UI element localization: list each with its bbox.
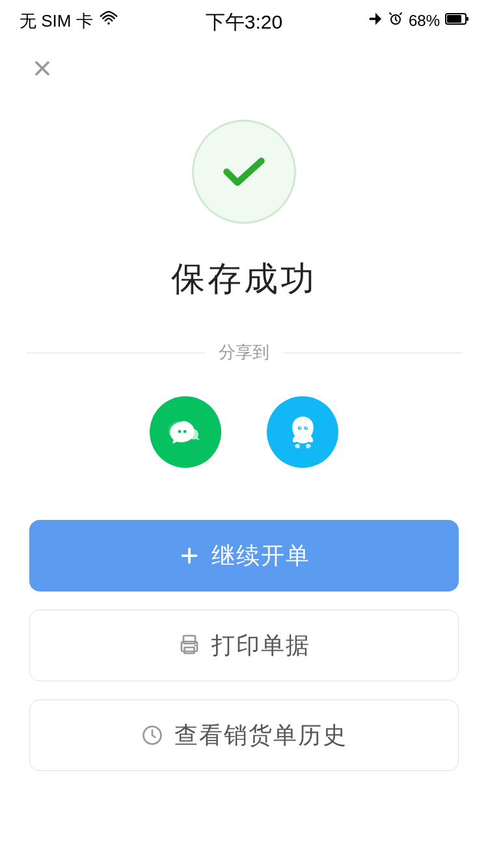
- battery-percentage: 68%: [409, 12, 440, 30]
- wifi-icon: [100, 10, 118, 33]
- svg-point-7: [183, 429, 186, 433]
- carrier-text: 无 SIM 卡: [20, 10, 93, 33]
- alarm-icon: [388, 11, 403, 31]
- status-time: 下午3:20: [206, 9, 282, 36]
- location-icon: [368, 12, 383, 30]
- continue-label: 继续开单: [211, 540, 310, 572]
- svg-point-11: [305, 426, 307, 428]
- status-bar: 无 SIM 卡 下午3:20 68%: [0, 0, 488, 42]
- history-label: 查看销货单历史: [174, 720, 347, 752]
- share-divider: 分享到: [0, 341, 488, 364]
- wechat-share-button[interactable]: [150, 396, 221, 468]
- svg-rect-14: [185, 647, 195, 653]
- main-content: 保存成功 分享到: [0, 42, 488, 771]
- svg-point-10: [299, 426, 301, 428]
- share-icons: [150, 396, 338, 468]
- print-label: 打印单据: [211, 630, 310, 662]
- print-button[interactable]: 打印单据: [29, 610, 459, 681]
- share-section: 分享到: [0, 341, 488, 468]
- action-buttons: 继续开单 打印单据 查看销货单历史: [29, 520, 459, 771]
- printer-icon: [178, 634, 201, 657]
- svg-rect-4: [467, 17, 468, 21]
- plus-icon: [178, 544, 201, 567]
- share-label: 分享到: [206, 341, 282, 364]
- continue-button[interactable]: 继续开单: [29, 520, 459, 591]
- close-button[interactable]: [26, 52, 59, 85]
- clock-icon: [141, 724, 164, 747]
- svg-rect-3: [447, 15, 461, 23]
- status-right: 68%: [368, 11, 468, 31]
- history-button[interactable]: 查看销货单历史: [29, 699, 459, 771]
- success-title: 保存成功: [171, 256, 317, 302]
- status-left: 无 SIM 卡: [20, 10, 118, 33]
- svg-point-0: [107, 22, 110, 25]
- svg-point-6: [178, 429, 181, 433]
- battery-icon: [445, 12, 468, 30]
- svg-point-15: [195, 645, 197, 647]
- success-icon-circle: [192, 120, 296, 224]
- qq-share-button[interactable]: [267, 396, 338, 468]
